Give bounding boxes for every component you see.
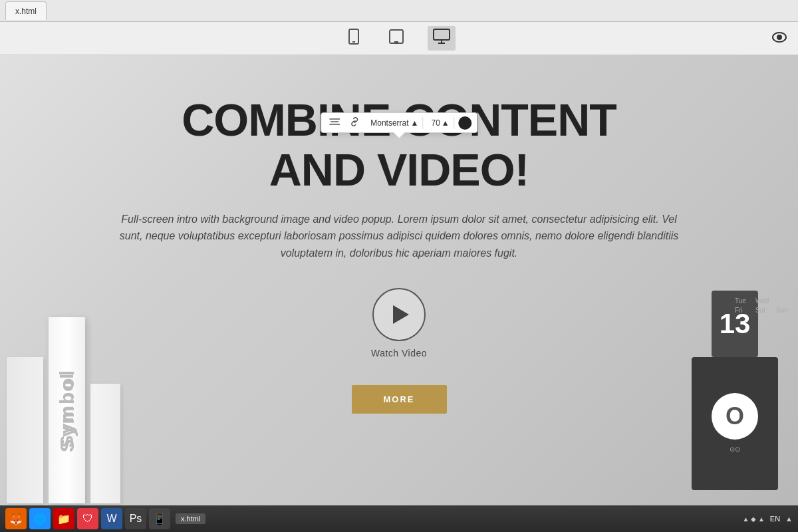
taskbar-icon-5[interactable]: W (101, 508, 122, 529)
taskbar-firefox-icon[interactable]: 🦊 (5, 508, 27, 529)
browser-tab[interactable]: x.html (5, 1, 47, 20)
heading-line2: and VIDEO! (269, 144, 529, 195)
editor-toolbar (0, 22, 798, 55)
play-triangle-icon (393, 305, 409, 324)
font-selector[interactable]: Montserrat ▲ (366, 117, 423, 129)
taskbar-icon-7[interactable]: 📱 (149, 508, 170, 529)
browser-chrome: x.html (0, 0, 798, 22)
font-size-selector[interactable]: 70 ▲ (428, 117, 454, 129)
system-tray-lang: EN (770, 515, 780, 523)
taskbar-active-app[interactable]: x.html (176, 513, 205, 524)
tab-label: x.html (15, 7, 37, 16)
clock-label: ⊙⊙ (730, 445, 740, 454)
taskbar: 🦊 🌐 📁 🛡 W Ps 📱 x.html ▲ ◆ ▲ EN ▲ (0, 505, 798, 532)
size-caret: ▲ (442, 118, 450, 128)
watch-video-container: Watch Video (27, 288, 771, 358)
main-content: Symbol 13 O ⊙⊙ Tue Wed Fri Sat Sun (0, 55, 798, 530)
active-app-label: x.html (181, 515, 200, 523)
taskbar-icon-3[interactable]: 📁 (53, 508, 74, 529)
device-mobile-icon[interactable] (342, 26, 365, 51)
taskbar-icon-2[interactable]: 🌐 (29, 508, 51, 529)
watch-video-label: Watch Video (371, 348, 427, 358)
font-size-value: 70 (432, 118, 440, 128)
link-button[interactable] (346, 116, 362, 130)
device-desktop-icon[interactable] (428, 26, 456, 51)
system-tray-icons: ▲ ◆ ▲ (742, 515, 764, 523)
hero-text-area: COMBINE CONTENT and VIDEO! Full-screen i… (0, 55, 798, 414)
color-picker[interactable] (458, 116, 471, 130)
font-caret: ▲ (411, 118, 419, 128)
play-button[interactable] (372, 288, 426, 341)
system-tray-more: ▲ (785, 515, 793, 523)
svg-rect-4 (434, 29, 450, 40)
system-tray: ▲ ◆ ▲ EN ▲ (742, 515, 793, 523)
taskbar-icon-4[interactable]: 🛡 (77, 508, 98, 529)
device-tablet-icon[interactable] (384, 26, 409, 51)
svg-point-8 (777, 35, 781, 39)
floating-text-toolbar: Montserrat ▲ 70 ▲ (321, 112, 477, 133)
font-name: Montserrat (370, 118, 408, 128)
taskbar-icon-6[interactable]: Ps (125, 508, 146, 529)
preview-eye-icon[interactable] (771, 31, 787, 46)
device-toggle-group (342, 26, 456, 51)
align-button[interactable] (327, 116, 342, 129)
hero-heading: COMBINE CONTENT and VIDEO! (27, 95, 771, 195)
tab-bar: x.html (0, 0, 798, 21)
hero-subtext: Full-screen intro with background image … (113, 211, 685, 262)
more-button[interactable]: MORE (352, 385, 447, 414)
